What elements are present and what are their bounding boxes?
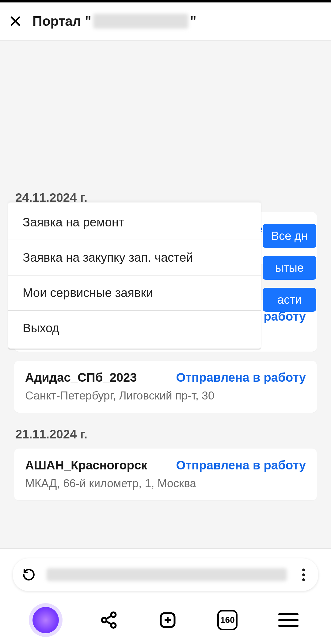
filter-button-label: Все дн [271, 229, 308, 243]
share-icon[interactable] [100, 611, 118, 629]
svg-point-4 [111, 623, 116, 628]
date-header: 21.11.2024 г. [15, 427, 324, 441]
content-area: Все дн ытые асти 24.11.2024 г. Адидас_СП… [0, 191, 331, 500]
svg-line-5 [106, 616, 111, 619]
filter-button[interactable]: асти [263, 288, 316, 312]
app-title-blur [93, 14, 188, 29]
filter-button[interactable]: Все дн [263, 224, 316, 248]
request-card[interactable]: АШАН_Красногорск Отправлена в работу МКА… [14, 449, 317, 500]
dropdown-menu: Заявка на ремонт Заявка на закупку зап. … [8, 202, 261, 349]
reload-icon[interactable] [22, 568, 36, 581]
bottom-nav: 160 [0, 602, 331, 638]
url-text-blur [47, 568, 287, 581]
dropdown-item-my-requests[interactable]: Мои сервисные заявки [8, 276, 261, 311]
kebab-menu-icon[interactable] [298, 568, 309, 581]
filter-buttons: Все дн ытые асти [263, 224, 316, 312]
card-name: АШАН_Красногорск [25, 458, 147, 472]
app-title: Портал " " [32, 13, 196, 29]
card-status: Отправлена в работу [176, 458, 306, 472]
tabs-count[interactable]: 160 [217, 610, 238, 630]
filter-button-label: ытые [275, 261, 304, 275]
filter-button[interactable]: ытые [263, 256, 316, 280]
app-title-prefix: Портал " [32, 13, 91, 29]
svg-point-2 [111, 612, 116, 617]
dropdown-item-repair-request[interactable]: Заявка на ремонт [8, 202, 261, 240]
card-address: МКАД, 66-й километр, 1, Москва [25, 476, 306, 491]
alice-icon[interactable] [32, 607, 59, 633]
svg-point-3 [102, 618, 106, 623]
card-address: Санкт-Петербург, Лиговский пр-т, 30 [25, 388, 306, 403]
url-bar[interactable] [13, 558, 318, 591]
svg-line-6 [106, 621, 111, 624]
filter-button-label: асти [277, 293, 302, 307]
card-name: Адидас_СПб_2023 [25, 371, 137, 384]
request-card[interactable]: Адидас_СПб_2023 Отправлена в работу Санк… [14, 361, 317, 413]
app-header: Портал " " [0, 2, 331, 40]
new-tab-icon[interactable] [158, 611, 177, 629]
status-bar [0, 0, 331, 2]
card-status: Отправлена в работу [176, 371, 306, 384]
browser-chrome: 160 [0, 548, 331, 644]
tabs-count-value: 160 [220, 615, 235, 625]
hamburger-menu-icon[interactable] [278, 613, 299, 627]
dropdown-item-parts-request[interactable]: Заявка на закупку зап. частей [8, 240, 261, 276]
dropdown-item-exit[interactable]: Выход [8, 311, 261, 349]
app-title-suffix: " [190, 13, 196, 29]
close-icon[interactable] [9, 14, 22, 28]
